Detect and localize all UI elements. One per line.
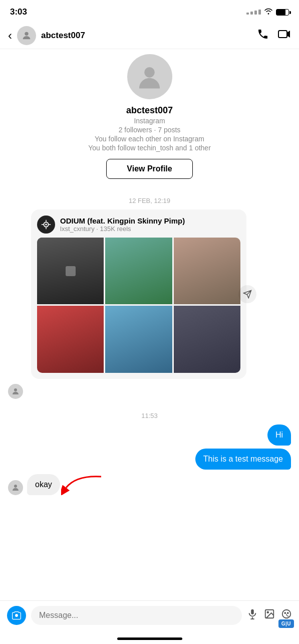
camera-button[interactable] — [7, 606, 26, 625]
watermark: G|U — [278, 619, 294, 628]
music-thumb-2 — [105, 238, 172, 304]
svg-point-0 — [25, 32, 28, 35]
bubble-okay: okay — [27, 474, 60, 495]
profile-name: abctest007 — [126, 105, 173, 116]
music-card[interactable]: ODIUM (feat. Kingpin Skinny Pimp) lxst_c… — [31, 209, 246, 379]
svg-point-6 — [14, 388, 17, 391]
svg-point-17 — [287, 612, 288, 613]
header-username[interactable]: abctest007 — [41, 31, 257, 41]
status-icons — [246, 8, 289, 17]
svg-point-14 — [267, 611, 268, 613]
profile-mutual2: You both follow techin_tosh and 1 other — [88, 144, 211, 152]
svg-point-16 — [284, 612, 285, 613]
music-thumb-4 — [37, 306, 104, 372]
svg-point-4 — [45, 224, 47, 226]
music-card-container: ODIUM (feat. Kingpin Skinny Pimp) lxst_c… — [31, 209, 246, 379]
red-arrow-icon — [61, 473, 106, 495]
home-indicator — [117, 637, 182, 640]
svg-rect-5 — [66, 266, 76, 276]
header-actions — [257, 28, 291, 43]
music-thumb-5 — [105, 306, 172, 372]
message-row-hi: Hi — [8, 424, 291, 446]
music-meta: lxst_cxntury · 135K reels — [60, 225, 240, 233]
chat-area: 12 FEB, 12:19 ODIUM (feat. Kingpin Skinn… — [0, 189, 299, 549]
status-bar: 3:03 — [0, 0, 299, 22]
time-label: 11:53 — [8, 404, 291, 424]
music-info: ODIUM (feat. Kingpin Skinny Pimp) lxst_c… — [60, 217, 240, 233]
bubble-hi: Hi — [267, 424, 291, 446]
bubble-test: This is a test message — [195, 449, 291, 470]
signal-icon — [246, 10, 261, 15]
gallery-button[interactable] — [264, 608, 275, 622]
header-avatar — [17, 26, 36, 45]
svg-rect-10 — [251, 609, 254, 614]
svg-point-2 — [144, 67, 155, 78]
music-thumb-6 — [174, 306, 240, 372]
video-call-button[interactable] — [278, 28, 291, 43]
message-input[interactable] — [31, 606, 242, 625]
svg-point-9 — [15, 614, 18, 617]
music-thumb-1 — [37, 238, 104, 304]
music-card-header: ODIUM (feat. Kingpin Skinny Pimp) lxst_c… — [37, 216, 240, 234]
music-title: ODIUM (feat. Kingpin Skinny Pimp) — [60, 217, 240, 225]
received-okay-section: okay — [8, 473, 291, 495]
receiver-row — [8, 384, 291, 399]
profile-section: abctest007 Instagram 2 followers · 7 pos… — [0, 49, 299, 189]
view-profile-button[interactable]: View Profile — [106, 159, 192, 179]
call-button[interactable] — [257, 28, 269, 43]
music-thumb-3 — [174, 238, 240, 304]
music-grid — [37, 238, 240, 373]
svg-point-7 — [14, 485, 17, 488]
profile-avatar — [127, 54, 172, 99]
mic-button[interactable] — [247, 608, 258, 622]
svg-rect-1 — [278, 31, 287, 38]
music-avatar — [37, 216, 55, 234]
profile-stats: 2 followers · 7 posts — [119, 126, 181, 134]
status-time: 3:03 — [10, 7, 27, 17]
wifi-icon — [264, 8, 273, 17]
profile-mutual1: You follow each other on Instagram — [95, 135, 204, 143]
message-row-okay: okay — [8, 473, 291, 495]
input-bar — [0, 600, 299, 630]
date-label: 12 FEB, 12:19 — [8, 189, 291, 209]
battery-icon — [276, 9, 289, 16]
share-button[interactable] — [238, 285, 256, 303]
receiver-avatar-music — [8, 384, 23, 399]
chat-header: ‹ abctest007 — [0, 22, 299, 49]
arrow-annotation — [61, 473, 106, 495]
receiver-avatar-okay — [8, 480, 23, 495]
back-button[interactable]: ‹ — [8, 29, 12, 43]
profile-platform: Instagram — [134, 117, 165, 125]
message-row-test: This is a test message — [8, 449, 291, 470]
